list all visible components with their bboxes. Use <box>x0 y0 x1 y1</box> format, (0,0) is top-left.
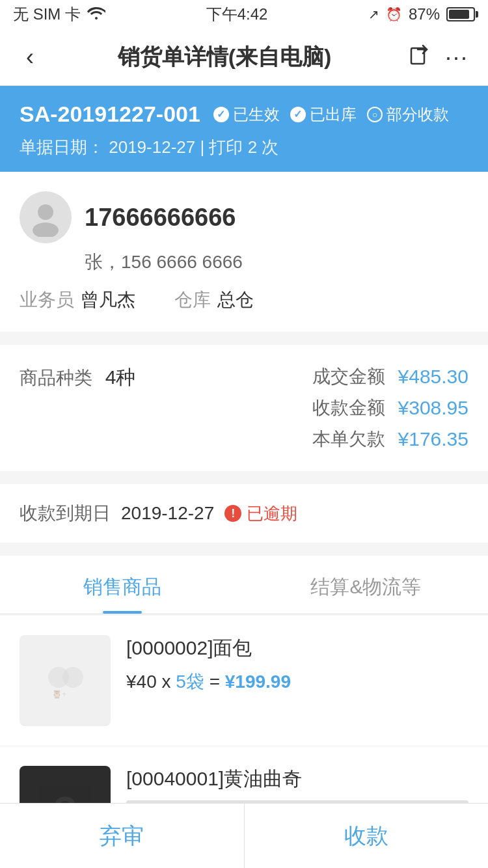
due-section: 收款到期日 2019-12-27 ! 已逾期 <box>0 484 488 543</box>
staff-label: 业务员 <box>20 288 74 312</box>
stats-section: 商品种类 4种 成交金额 ¥485.30 收款金额 ¥308.95 本单欠款 ¥… <box>0 345 488 471</box>
alarm-icon: ⏰ <box>386 7 402 22</box>
svg-point-2 <box>38 204 53 220</box>
confirm-button[interactable]: 收款 <box>245 804 489 868</box>
check-icon-1: ✓ <box>213 107 229 122</box>
svg-point-5 <box>62 667 83 688</box>
order-header: SA-20191227-001 ✓ 已生效 ✓ 已出库 ○ 部分收款 单据日期：… <box>0 86 488 172</box>
location-icon: ↗ <box>368 7 379 22</box>
due-label: 收款到期日 <box>20 501 111 526</box>
header-row2: 单据日期： 2019-12-27 | 打印 2 次 <box>20 136 468 159</box>
warehouse-info: 仓库 总仓 <box>174 288 254 312</box>
product-name-2: [00040001]黄油曲奇 <box>126 766 468 793</box>
owed-label: 本单欠款 <box>312 427 385 452</box>
svg-point-3 <box>33 223 59 237</box>
customer-phone: 张，156 6666 6666 <box>85 250 468 275</box>
customer-row: 17666666666 <box>20 191 468 243</box>
bottom-bar: 弃审 收款 <box>0 803 488 868</box>
status-badge-3: ○ 部分收款 <box>367 104 449 125</box>
owed-value: ¥176.35 <box>398 428 468 450</box>
product-kind-value: 4种 <box>105 366 136 388</box>
received-value: ¥308.95 <box>398 397 468 419</box>
check-icon-2: ✓ <box>290 107 306 122</box>
clock-icon: ○ <box>367 107 383 122</box>
amount-value: ¥485.30 <box>398 366 468 388</box>
overdue-icon: ! <box>224 505 241 522</box>
customer-meta: 业务员 曾凡杰 仓库 总仓 <box>20 288 468 312</box>
status-left: 无 SIM 卡 <box>13 4 105 25</box>
received-row: 收款金额 ¥308.95 <box>312 396 468 420</box>
order-date: 2019-12-27 <box>109 137 195 157</box>
overdue-text: 已逾期 <box>247 502 297 525</box>
print-info: | 打印 2 次 <box>200 137 278 157</box>
staff-value: 曾凡杰 <box>81 288 135 312</box>
warehouse-value: 总仓 <box>217 288 254 312</box>
warehouse-label: 仓库 <box>174 288 211 312</box>
tab-settlement[interactable]: 结算&物流等 <box>244 556 488 614</box>
overdue-badge: ! 已逾期 <box>224 502 297 525</box>
product-kind-row: 商品种类 4种 <box>20 364 135 391</box>
cancel-button[interactable]: 弃审 <box>0 804 245 868</box>
product-name-1: [0000002]面包 <box>126 635 468 662</box>
back-button[interactable]: ‹ <box>20 37 40 77</box>
amount-label: 成交金额 <box>312 364 385 389</box>
nav-actions: ··· <box>409 43 468 72</box>
page-title: 销货单详情(来自电脑) <box>40 42 409 72</box>
status-right: ↗ ⏰ 87% <box>368 5 475 23</box>
customer-section: 17666666666 张，156 6666 6666 业务员 曾凡杰 仓库 总… <box>0 172 488 332</box>
stats-left: 商品种类 4种 <box>20 364 135 396</box>
nav-bar: ‹ 销货单详情(来自电脑) ··· <box>0 29 488 86</box>
time-display: 下午4:42 <box>206 4 268 25</box>
product-kind-label: 商品种类 <box>20 368 92 388</box>
status-bar: 无 SIM 卡 下午4:42 ↗ ⏰ 87% <box>0 0 488 29</box>
product-image-1: 🦉+ <box>20 635 111 726</box>
battery-percent: 87% <box>409 5 440 23</box>
stats-right: 成交金额 ¥485.30 收款金额 ¥308.95 本单欠款 ¥176.35 <box>312 364 468 452</box>
customer-id: 17666666666 <box>85 204 236 232</box>
carrier-text: 无 SIM 卡 <box>13 4 81 25</box>
tab-sales-products[interactable]: 销售商品 <box>0 556 244 614</box>
amount-row: 成交金额 ¥485.30 <box>312 364 468 389</box>
staff-info: 业务员 曾凡杰 <box>20 288 135 312</box>
status-badges: ✓ 已生效 ✓ 已出库 ○ 部分收款 <box>213 104 449 125</box>
share-button[interactable] <box>409 43 432 72</box>
battery-icon <box>446 7 475 21</box>
avatar <box>20 191 72 243</box>
tabs-container: 销售商品 结算&物流等 <box>0 556 488 614</box>
due-date: 2019-12-27 <box>121 503 214 524</box>
more-button[interactable]: ··· <box>445 44 468 71</box>
svg-rect-0 <box>411 48 424 64</box>
status-badge-1: ✓ 已生效 <box>213 104 280 125</box>
wifi-icon <box>87 5 105 23</box>
owed-row: 本单欠款 ¥176.35 <box>312 427 468 452</box>
svg-text:🦉+: 🦉+ <box>52 689 66 699</box>
list-item: 🦉+ [0000002]面包 ¥40 x 5袋 = ¥199.99 <box>0 616 488 746</box>
product-price-1: ¥40 x 5袋 = ¥199.99 <box>126 670 468 694</box>
received-label: 收款金额 <box>312 396 385 420</box>
status-badge-2: ✓ 已出库 <box>290 104 357 125</box>
header-row1: SA-20191227-001 ✓ 已生效 ✓ 已出库 ○ 部分收款 <box>20 102 468 127</box>
order-id: SA-20191227-001 <box>20 102 200 127</box>
date-label: 单据日期： <box>20 137 104 157</box>
product-info-1: [0000002]面包 ¥40 x 5袋 = ¥199.99 <box>126 635 468 694</box>
